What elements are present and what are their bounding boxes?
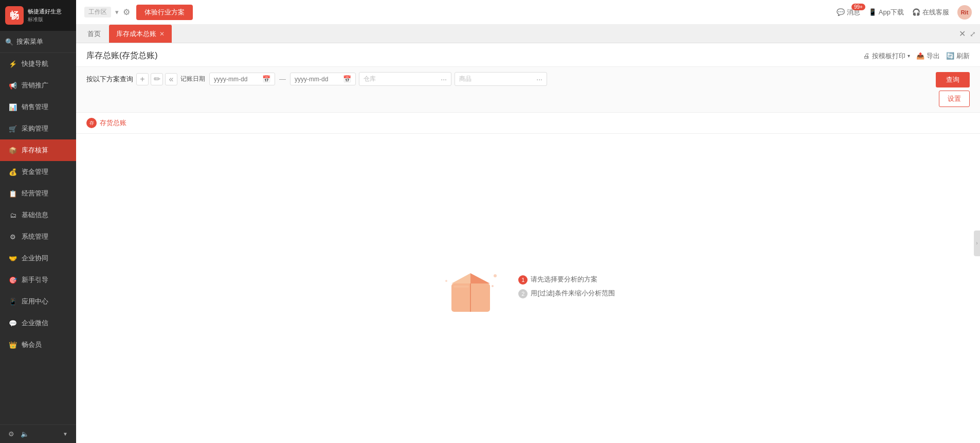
app-download-button[interactable]: 📱 App下载 xyxy=(868,8,904,17)
collapse-chevron-icon: › xyxy=(976,240,977,246)
online-service-button[interactable]: 🎧 在线客服 xyxy=(912,8,949,17)
scheme-label: 存货总账 xyxy=(100,118,126,128)
refresh-button[interactable]: 🔄 刷新 xyxy=(946,51,970,61)
date-filter-row: 记账日期 📅 — 📅 xyxy=(180,73,356,85)
date-end-input[interactable]: 📅 xyxy=(290,73,356,85)
sidebar-item-purchase[interactable]: 🛒 采购管理 xyxy=(0,118,76,139)
topbar-settings-icon[interactable]: ⚙ xyxy=(123,7,130,17)
sidebar-item-label: 企业微信 xyxy=(22,318,48,328)
message-button[interactable]: 💬 消息 99+ xyxy=(837,8,860,17)
basics-icon: 🗂 xyxy=(8,210,17,220)
calendar-end-icon[interactable]: 📅 xyxy=(343,75,351,83)
sidebar-item-operations[interactable]: 📋 经营管理 xyxy=(0,183,76,204)
step-1-num: 1 xyxy=(518,275,528,285)
print-dropdown-icon[interactable]: ▾ xyxy=(908,53,910,59)
user-avatar[interactable]: Rit xyxy=(957,5,972,20)
footer-icons: ⚙ 🔈 xyxy=(8,430,29,438)
sidebar-item-inventory[interactable]: 📦 库存核算 xyxy=(0,139,76,161)
topbar: 工作区 ▾ ⚙ 体验行业方案 💬 消息 99+ 📱 App下载 🎧 在线客服 R… xyxy=(76,0,980,25)
settings-footer-icon[interactable]: ⚙ xyxy=(8,430,14,438)
query-button[interactable]: 查询 xyxy=(936,72,970,87)
export-button[interactable]: 📤 导出 xyxy=(916,51,940,61)
sidebar-item-enterprise[interactable]: 🤝 企业协同 xyxy=(0,247,76,269)
sidebar-item-finance[interactable]: 💰 资金管理 xyxy=(0,161,76,183)
add-filter-button[interactable]: + xyxy=(136,73,149,85)
settings-button[interactable]: 设置 xyxy=(939,91,970,107)
panel-resize-icon[interactable]: ⤢ xyxy=(970,30,976,38)
product-selector[interactable]: 商品 ··· xyxy=(455,72,547,86)
warehouse-more-icon[interactable]: ··· xyxy=(441,75,447,83)
headset-icon: 🎧 xyxy=(912,8,920,16)
page-title: 库存总账(存货总账) xyxy=(86,50,158,61)
sidebar-item-label: 应用中心 xyxy=(22,297,48,306)
sidebar-item-label: 基础信息 xyxy=(22,210,48,220)
tab-home[interactable]: 首页 xyxy=(80,25,108,43)
sidebar-item-label: 采购管理 xyxy=(22,124,48,133)
warehouse-placeholder: 仓库 xyxy=(364,75,439,83)
date-start-field[interactable] xyxy=(214,76,260,83)
print-label: 按模板打印 xyxy=(872,51,905,61)
tab-close-icon[interactable]: ✕ xyxy=(159,30,165,38)
sidebar-item-system[interactable]: ⚙ 系统管理 xyxy=(0,226,76,247)
panel-close-icon[interactable]: ✕ xyxy=(959,29,966,39)
empty-svg xyxy=(441,258,503,320)
logo-text-block: 畅捷通好生意 标准版 xyxy=(28,8,62,23)
sidebar-item-label: 快捷导航 xyxy=(22,59,48,68)
industry-solution-button[interactable]: 体验行业方案 xyxy=(136,5,193,20)
tab-bar: 首页 库存成本总账 ✕ ✕ ⤢ xyxy=(76,25,980,43)
date-end-field[interactable] xyxy=(295,76,341,83)
workspace-label: 工作区 xyxy=(84,7,111,17)
dropdown-arrow-icon: ▾ xyxy=(115,8,119,16)
app-download-label: App下载 xyxy=(879,8,904,17)
app-sub: 标准版 xyxy=(28,16,62,23)
header-actions: 🖨 按模板打印 ▾ 📤 导出 🔄 刷新 xyxy=(863,51,970,61)
collapse-filter-button[interactable]: « xyxy=(165,73,177,85)
message-badge: 99+ xyxy=(851,4,865,10)
warehouse-selector[interactable]: 仓库 ··· xyxy=(359,72,451,86)
tab-inventory-cost[interactable]: 库存成本总账 ✕ xyxy=(109,25,172,43)
sidebar-item-label: 库存核算 xyxy=(22,146,48,155)
product-placeholder: 商品 xyxy=(459,75,534,83)
empty-text: 1 请先选择要分析的方案 2 用[过滤]条件来缩小分析范围 xyxy=(518,275,614,303)
audio-footer-icon[interactable]: 🔈 xyxy=(21,430,29,438)
wechat-icon: 💬 xyxy=(8,318,17,328)
sales-icon: 📊 xyxy=(8,102,17,112)
sidebar-item-apps[interactable]: 📱 应用中心 xyxy=(0,291,76,312)
print-button[interactable]: 🖨 按模板打印 ▾ xyxy=(863,51,910,61)
purchase-icon: 🛒 xyxy=(8,124,17,133)
sidebar-item-label: 销售管理 xyxy=(22,102,48,112)
scheme-item-inventory[interactable]: 存 存货总账 xyxy=(86,118,126,128)
scheme-selector-row: 存 存货总账 xyxy=(76,113,980,134)
marketing-icon: 📢 xyxy=(8,81,17,90)
sidebar-item-basics[interactable]: 🗂 基础信息 xyxy=(0,204,76,226)
system-icon: ⚙ xyxy=(8,232,17,241)
date-start-input[interactable]: 📅 xyxy=(209,73,275,85)
apps-icon: 📱 xyxy=(8,297,17,306)
sidebar-search-area[interactable]: 🔍 搜索菜单 xyxy=(0,31,76,53)
export-label: 导出 xyxy=(927,51,940,61)
sidebar-item-quick-nav[interactable]: ⚡ 快捷导航 xyxy=(0,53,76,75)
side-collapse-handle[interactable]: › xyxy=(974,231,980,256)
search-menu-label: 搜索菜单 xyxy=(16,37,43,46)
add-icon: + xyxy=(140,75,144,84)
phone-icon: 📱 xyxy=(868,8,877,16)
sidebar-item-wechat[interactable]: 💬 企业微信 xyxy=(0,312,76,334)
logo-icon: 畅 xyxy=(5,6,24,25)
sidebar-item-newbie[interactable]: 🎯 新手引导 xyxy=(0,269,76,291)
sidebar-item-vip[interactable]: 👑 畅会员 xyxy=(0,334,76,356)
main-area: 工作区 ▾ ⚙ 体验行业方案 💬 消息 99+ 📱 App下载 🎧 在线客服 R… xyxy=(76,0,980,443)
sidebar-item-marketing[interactable]: 📢 营销推广 xyxy=(0,75,76,96)
calendar-start-icon[interactable]: 📅 xyxy=(262,75,270,83)
edit-filter-button[interactable]: ✏ xyxy=(151,73,163,85)
product-more-icon[interactable]: ··· xyxy=(536,75,542,83)
print-icon: 🖨 xyxy=(863,52,870,60)
search-menu-button[interactable]: 🔍 搜索菜单 xyxy=(5,35,71,48)
sidebar-item-label: 企业协同 xyxy=(22,254,48,263)
scheme-icon: 存 xyxy=(86,118,97,128)
filter-left: 按以下方案查询 + ✏ « 记账日期 xyxy=(86,72,936,86)
empty-illustration xyxy=(441,258,503,320)
sidebar-item-sales[interactable]: 📊 销售管理 xyxy=(0,96,76,118)
empty-state: 1 请先选择要分析的方案 2 用[过滤]条件来缩小分析范围 xyxy=(76,134,980,443)
workspace-selector[interactable]: 工作区 ▾ xyxy=(84,7,119,17)
operations-icon: 📋 xyxy=(8,189,17,198)
